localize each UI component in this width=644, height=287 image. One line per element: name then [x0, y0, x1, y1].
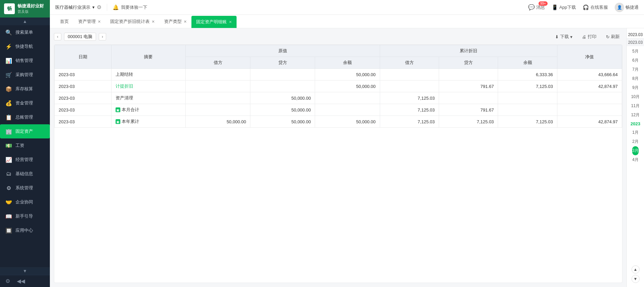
logo-icon: 畅	[4, 3, 15, 14]
panel-month[interactable]: 1月	[631, 128, 640, 137]
col-original-value: 原值	[186, 45, 380, 57]
topbar-right: 💬 消息 99+ 📱 App下载 🎧 在线客服 👤 畅捷通	[528, 3, 639, 12]
tab-home[interactable]: 首页	[55, 16, 73, 28]
sidebar-item-salary[interactable]: 💵 工资	[0, 138, 50, 153]
col-ov-balance: 余额	[315, 57, 380, 69]
guide-icon: 📖	[5, 213, 12, 220]
company-selector[interactable]: 医疗器械行业演示 ▾ ⚙	[55, 4, 101, 10]
sidebar-item-quick-nav[interactable]: ⚡ 快捷导航	[0, 39, 50, 54]
table-cell	[250, 81, 315, 92]
panel-month[interactable]: 11月	[631, 101, 640, 110]
main-area: 医疗器械行业演示 ▾ ⚙ 🔔 我要体验一下 💬 消息 99+ 📱 App下载 🎧…	[50, 0, 644, 287]
table-cell: 7,125.03	[439, 116, 498, 128]
experience-btn[interactable]: 🔔 我要体验一下	[113, 4, 147, 10]
panel-nav-down[interactable]: ▼	[632, 275, 640, 283]
tab-asset-mgmt[interactable]: 资产管理 ✕	[73, 16, 105, 28]
tab-close-asset-type[interactable]: ✕	[184, 20, 187, 24]
table-cell	[186, 104, 250, 116]
col-accumulated-depreciation: 累计折旧	[380, 45, 557, 57]
summary-cell: ▣本年累计	[111, 116, 185, 128]
download-btn[interactable]: ⬇ 下载 ▾	[552, 32, 575, 41]
sidebar-item-sales[interactable]: 📊 销售管理	[0, 54, 50, 68]
tab-asset-detail[interactable]: 固定资产明细账 ✕	[191, 16, 237, 28]
panel-month[interactable]: 7月	[631, 65, 640, 74]
panel-month[interactable]: 5月	[631, 47, 640, 56]
tab-depreciation-table[interactable]: 固定资产折旧统计表 ✕	[105, 16, 159, 28]
prev-asset-btn[interactable]: ‹	[54, 33, 61, 40]
sidebar-item-guide[interactable]: 📖 新手引导	[0, 209, 50, 223]
panel-month[interactable]: 6月	[631, 56, 640, 65]
col-summary: 摘要	[111, 45, 185, 69]
sidebar-item-app-center[interactable]: 🔲 应用中心	[0, 223, 50, 237]
sidebar-item-corp[interactable]: 🤝 企业协同	[0, 195, 50, 209]
badge-icon: ▣	[116, 107, 120, 112]
sidebar-item-fixed-assets[interactable]: 🏢 固定资产	[0, 124, 50, 138]
table-cell: 42,874.97	[557, 116, 622, 128]
sidebar-item-purchase[interactable]: 🛒 采购管理	[0, 68, 50, 82]
tab-close-asset-mgmt[interactable]: ✕	[98, 20, 101, 24]
app-edition: 普及版	[18, 9, 44, 14]
refresh-btn[interactable]: ↻ 刷新	[603, 32, 622, 41]
panel-month[interactable]: 4月	[631, 155, 640, 164]
sidebar-item-funds[interactable]: 💰 资金管理	[0, 96, 50, 110]
purchase-icon: 🛒	[5, 71, 12, 78]
panel-month[interactable]: 2月	[631, 137, 640, 146]
panel-nav: ▲ ▼	[632, 264, 640, 284]
topbar-divider	[107, 4, 107, 11]
panel-nav-up[interactable]: ▲	[632, 265, 640, 274]
tab-close-asset-detail[interactable]: ✕	[229, 20, 232, 24]
table-cell: 50,000.00	[250, 104, 315, 116]
sidebar-item-search[interactable]: 🔍 搜索菜单	[0, 25, 50, 39]
table-cell: 50,000.00	[250, 92, 315, 104]
fixed-assets-icon: 🏢	[5, 128, 12, 135]
sidebar-item-ops[interactable]: 📈 经营管理	[0, 153, 50, 167]
data-table-wrapper: 日期 摘要 原值 累计折旧 净值 借方 贷方 余额 借方 贷方 余额	[54, 44, 622, 283]
table-cell: 6,333.36	[498, 69, 557, 81]
summary-cell[interactable]: 计提折旧	[111, 81, 185, 92]
messages-btn[interactable]: 💬 消息 99+	[528, 4, 545, 10]
topbar: 医疗器械行业演示 ▾ ⚙ 🔔 我要体验一下 💬 消息 99+ 📱 App下载 🎧…	[50, 0, 644, 15]
table-cell	[315, 92, 380, 104]
ledger-icon: 📋	[5, 114, 12, 121]
customer-service-btn[interactable]: 🎧 在线客服	[583, 4, 608, 10]
collapse-icon[interactable]: ◀◀	[17, 278, 25, 284]
table-cell: 50,000.00	[315, 116, 380, 128]
funds-icon: 💰	[5, 100, 12, 106]
panel-month[interactable]: 10月	[631, 92, 640, 101]
table-cell	[439, 92, 498, 104]
app-center-icon: 🔲	[5, 227, 12, 234]
panel-month[interactable]: 9月	[631, 83, 640, 92]
panel-month[interactable]: 3月	[632, 146, 639, 155]
table-cell: 791.67	[439, 104, 498, 116]
search-icon: 🔍	[5, 29, 12, 36]
table-row: 2023-03计提折旧50,000.00791.677,125.0342,874…	[55, 81, 622, 92]
sidebar: 畅 畅捷通好业财 普及版 ▲ 🔍 搜索菜单 ⚡ 快捷导航 📊 销售管理 🛒 采购…	[0, 0, 50, 287]
table-cell	[439, 69, 498, 81]
sidebar-scroll-up[interactable]: ▲	[0, 18, 50, 25]
data-table: 日期 摘要 原值 累计折旧 净值 借方 贷方 余额 借方 贷方 余额	[54, 45, 622, 128]
panel-month[interactable]: 8月	[631, 74, 640, 83]
next-asset-btn[interactable]: ›	[99, 33, 106, 40]
app-download-btn[interactable]: 📱 App下载	[552, 4, 576, 10]
print-btn[interactable]: 🖨 打印	[579, 32, 599, 41]
settings-icon[interactable]: ⚙	[5, 278, 10, 284]
table-cell	[498, 104, 557, 116]
table-cell: 43,666.64	[557, 69, 622, 81]
col-ad-debit: 借方	[380, 57, 439, 69]
table-cell: 2023-03	[55, 81, 112, 92]
sidebar-item-system[interactable]: ⚙ 系统管理	[0, 181, 50, 195]
sidebar-item-inventory[interactable]: 📦 库存核算	[0, 82, 50, 96]
sidebar-scroll-down[interactable]: ▼	[0, 267, 50, 275]
sidebar-item-ledger[interactable]: 📋 总账管理	[0, 110, 50, 124]
panel-month[interactable]: 12月	[631, 110, 640, 120]
table-cell	[186, 81, 250, 92]
sidebar-item-basic[interactable]: 🗂 基础信息	[0, 167, 50, 181]
settings-btn-icon[interactable]: ⚙	[97, 4, 101, 10]
col-net-value: 净值	[557, 45, 622, 69]
user-btn[interactable]: 👤 畅捷通	[615, 3, 639, 12]
col-ad-credit: 贷方	[439, 57, 498, 69]
table-cell	[557, 92, 622, 104]
table-cell	[380, 81, 439, 92]
tab-close-depreciation-table[interactable]: ✕	[152, 20, 155, 24]
tab-asset-type[interactable]: 资产类型 ✕	[159, 16, 191, 28]
